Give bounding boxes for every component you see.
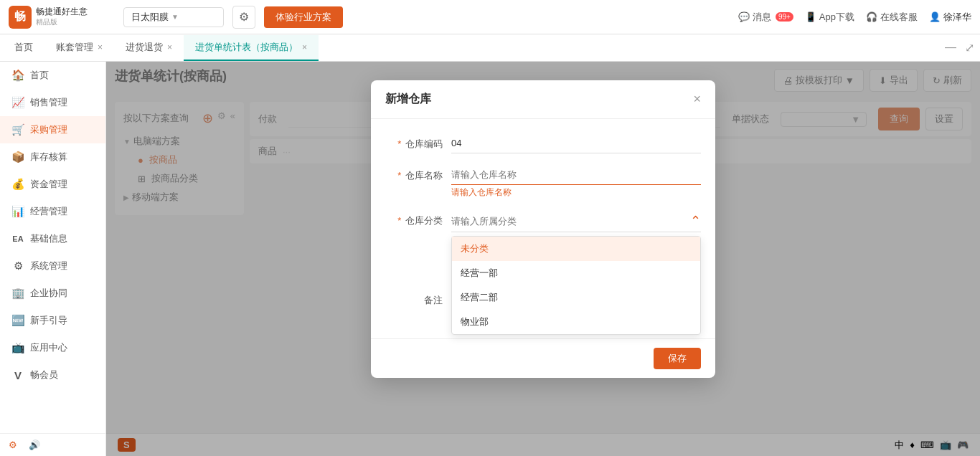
sidebar-settings-icon[interactable]: ⚙: [9, 440, 17, 450]
sidebar-item-inventory[interactable]: 📦 库存核算: [0, 143, 105, 171]
warehouse-name-input[interactable]: [451, 165, 701, 185]
dialog-header: 新增仓库 ×: [371, 80, 715, 119]
code-label: * 仓库编码: [385, 133, 443, 151]
tab-stats-label: 进货单统计表（按商品）: [195, 41, 298, 54]
tab-account-close[interactable]: ×: [98, 42, 103, 52]
sidebar-guide-label: 新手引导: [30, 314, 67, 327]
operations-icon: 📊: [11, 205, 24, 218]
basic-icon: EA: [11, 232, 24, 245]
logo-area: 畅 畅捷通好生意 精品版: [9, 6, 115, 29]
tab-return[interactable]: 进货退货 ×: [114, 35, 184, 61]
logo-text-area: 畅捷通好生意 精品版: [36, 6, 88, 28]
dialog-footer: 保存: [371, 338, 715, 378]
tab-return-close[interactable]: ×: [167, 42, 172, 52]
dropdown-item-3[interactable]: 物业部: [452, 310, 700, 334]
form-row-code: * 仓库编码: [385, 133, 701, 153]
sidebar-item-enterprise[interactable]: 🏢 企业协同: [0, 280, 105, 307]
user-name: 徐泽华: [943, 11, 971, 24]
dropdown-item-1[interactable]: 经营一部: [452, 261, 700, 285]
message-icon: 💬: [738, 11, 750, 22]
name-label: * 仓库名称: [385, 165, 443, 182]
app-download-item[interactable]: 📱 App下载: [805, 11, 854, 24]
sidebar-item-finance[interactable]: 💰 资金管理: [0, 171, 105, 198]
content-area: 进货单统计(按商品) 🖨 按模板打印 ▼ ⬇ 导出 ↻ 刷新: [106, 62, 980, 456]
tab-bar: 首页 账套管理 × 进货退货 × 进货单统计表（按商品） × — ⤢: [0, 34, 980, 62]
tab-account[interactable]: 账套管理 ×: [44, 35, 114, 61]
category-chevron-up-icon[interactable]: ⌃: [690, 213, 701, 229]
tab-actions: — ⤢: [942, 41, 977, 54]
dropdown-item-0[interactable]: 未分类: [452, 237, 700, 261]
sidebar-item-member[interactable]: V 畅会员: [0, 361, 105, 389]
add-warehouse-dialog: 新增仓库 × * 仓库编码 * 仓库名称: [371, 80, 715, 378]
category-label: * 仓库分类: [385, 210, 443, 227]
logo-text: 畅捷通好生意: [36, 6, 88, 18]
finance-icon: 💰: [11, 178, 24, 191]
trial-button[interactable]: 体验行业方案: [264, 6, 343, 28]
gear-button[interactable]: ⚙: [232, 6, 255, 29]
headset-icon: 🎧: [866, 11, 877, 22]
form-row-name: * 仓库名称 请输入仓库名称: [385, 165, 701, 199]
store-selector[interactable]: 日太阳膜 ▼: [123, 7, 224, 27]
user-icon: 👤: [929, 11, 941, 22]
sidebar-finance-label: 资金管理: [30, 178, 67, 191]
sidebar-system-label: 系统管理: [30, 260, 67, 272]
notes-label: 备注: [385, 290, 443, 307]
top-header: 畅 畅捷通好生意 精品版 日太阳膜 ▼ ⚙ 体验行业方案 💬 消息 99+ 📱 …: [0, 0, 980, 34]
system-icon: ⚙: [11, 260, 24, 272]
form-row-category: * 仓库分类 ⌃ 未分类 经营一部 经营二部 物业部: [385, 210, 701, 232]
sidebar-basic-label: 基础信息: [30, 232, 67, 245]
sidebar-enterprise-label: 企业协同: [30, 287, 67, 300]
warehouse-code-input[interactable]: [451, 133, 701, 153]
tab-stats-close[interactable]: ×: [302, 42, 307, 52]
user-area[interactable]: 👤 徐泽华: [929, 11, 971, 24]
sidebar-item-system[interactable]: ⚙ 系统管理: [0, 252, 105, 280]
tab-return-label: 进货退货: [126, 41, 163, 54]
dialog-close-button[interactable]: ×: [693, 92, 701, 107]
sidebar-inventory-label: 库存核算: [30, 151, 67, 163]
inventory-icon: 📦: [11, 151, 24, 163]
dialog-title: 新增仓库: [385, 92, 431, 107]
dropdown-item-2[interactable]: 经营二部: [452, 285, 700, 310]
sidebar-item-sales[interactable]: 📈 销售管理: [0, 89, 105, 116]
sidebar-operations-label: 经营管理: [30, 205, 67, 218]
enterprise-icon: 🏢: [11, 287, 24, 300]
store-name: 日太阳膜: [131, 11, 169, 24]
gear-icon: ⚙: [239, 10, 249, 24]
main-layout: 🏠 首页 📈 销售管理 🛒 采购管理 📦 库存核算 💰 资金管理 📊 经营管理 …: [0, 62, 980, 456]
sidebar-item-operations[interactable]: 📊 经营管理: [0, 198, 105, 225]
apps-icon: 📺: [11, 341, 24, 354]
sidebar-home-label: 首页: [30, 69, 49, 82]
category-input-row: ⌃: [451, 210, 701, 232]
app-download-label: App下载: [819, 11, 854, 24]
warehouse-name-error: 请输入仓库名称: [451, 186, 701, 199]
message-badge: 99+: [776, 12, 793, 22]
sidebar: 🏠 首页 📈 销售管理 🛒 采购管理 📦 库存核算 💰 资金管理 📊 经营管理 …: [0, 62, 106, 456]
tab-minimize-icon[interactable]: —: [942, 41, 959, 54]
tab-account-label: 账套管理: [56, 41, 93, 54]
customer-service-item[interactable]: 🎧 在线客服: [866, 11, 918, 24]
sidebar-purchase-label: 采购管理: [30, 123, 67, 136]
sales-icon: 📈: [11, 96, 24, 109]
sidebar-item-purchase[interactable]: 🛒 采购管理: [0, 116, 105, 143]
sidebar-item-guide[interactable]: 🆕 新手引导: [0, 307, 105, 334]
header-right: 💬 消息 99+ 📱 App下载 🎧 在线客服 👤 徐泽华: [738, 11, 971, 24]
message-label: 消息: [753, 11, 771, 24]
tab-stats[interactable]: 进货单统计表（按商品） ×: [184, 35, 319, 61]
sidebar-speaker-icon[interactable]: 🔊: [29, 440, 40, 450]
category-input[interactable]: [451, 214, 690, 228]
message-item[interactable]: 💬 消息 99+: [738, 11, 793, 24]
sidebar-item-basic[interactable]: EA 基础信息: [0, 225, 105, 252]
tab-home-label: 首页: [14, 41, 33, 54]
customer-service-label: 在线客服: [880, 11, 918, 24]
purchase-icon: 🛒: [11, 123, 24, 136]
logo-sub: 精品版: [36, 17, 88, 27]
logo-icon: 畅: [9, 6, 32, 29]
sidebar-item-apps[interactable]: 📺 应用中心: [0, 334, 105, 361]
tab-home[interactable]: 首页: [3, 35, 44, 61]
category-selector: ⌃ 未分类 经营一部 经营二部 物业部: [451, 210, 701, 232]
sidebar-sales-label: 销售管理: [30, 96, 67, 109]
tab-expand-icon[interactable]: ⤢: [962, 41, 977, 54]
save-button[interactable]: 保存: [654, 348, 701, 369]
sidebar-item-home[interactable]: 🏠 首页: [0, 62, 105, 89]
sidebar-apps-label: 应用中心: [30, 341, 67, 354]
